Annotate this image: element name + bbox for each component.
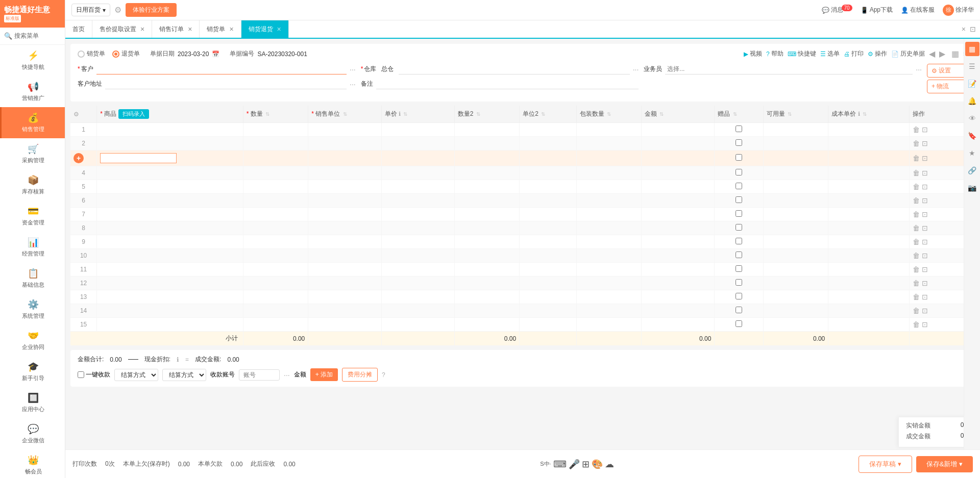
sidebar-item-quick-nav[interactable]: ⚡ 快捷导航 — [0, 45, 65, 76]
row-delete-icon[interactable]: 🗑 — [913, 320, 920, 329]
row-2-unit-price[interactable] — [381, 137, 454, 150]
radio-sales[interactable]: 销货单 — [78, 49, 105, 58]
row-delete-icon[interactable]: 🗑 — [913, 224, 920, 232]
row-2-available[interactable] — [763, 137, 828, 150]
sidebar-item-guide[interactable]: 🎓 新手引导 — [0, 356, 65, 387]
right-panel-link-icon[interactable]: 🔗 — [965, 163, 979, 178]
tab-price-setting[interactable]: 售价提取设置 × — [92, 20, 152, 38]
row-2-copy-icon[interactable]: ⊡ — [922, 139, 928, 147]
sidebar-item-purchase[interactable]: 🛒 采购管理 — [0, 138, 65, 169]
tab-sales-order-close[interactable]: × — [188, 25, 192, 33]
print-action[interactable]: 🖨打印 — [844, 49, 864, 58]
row-2-qty2[interactable] — [454, 137, 519, 150]
right-panel-table-icon[interactable]: ▦ — [965, 42, 979, 56]
row-2-pkg-qty[interactable] — [576, 137, 641, 150]
row-2-unit2[interactable] — [520, 137, 576, 150]
row-1-pkg-qty[interactable] — [576, 123, 641, 137]
sidebar-item-enterprise[interactable]: 🤝 企业协同 — [0, 325, 65, 356]
salesperson-input[interactable] — [665, 64, 913, 74]
row-3-available[interactable] — [763, 150, 828, 166]
online-service-btn[interactable]: 👤 在线客服 — [901, 6, 935, 14]
sidebar-item-operations[interactable]: 📊 经营管理 — [0, 232, 65, 263]
add-row-btn[interactable]: + — [74, 153, 84, 163]
row-copy-icon[interactable]: ⊡ — [922, 293, 928, 301]
account-number-input[interactable] — [239, 369, 280, 381]
theme-icon[interactable]: 🎨 — [592, 459, 603, 470]
row-2-amount[interactable] — [642, 137, 715, 150]
barcode-scan-btn[interactable]: 扫码录入 — [118, 109, 149, 119]
right-panel-star-icon[interactable]: ★ — [965, 146, 979, 160]
row-3-unit2[interactable] — [520, 150, 576, 166]
customer-address-dots[interactable]: ··· — [350, 80, 356, 88]
row-copy-icon[interactable]: ⊡ — [922, 183, 928, 191]
sidebar-item-wechat[interactable]: 💬 企业微信 — [0, 418, 65, 449]
warehouse-dots[interactable]: ··· — [633, 65, 639, 73]
row-3-product-input[interactable] — [100, 153, 177, 163]
calendar-icon[interactable]: 📅 — [212, 51, 219, 58]
row-2-gift-checkbox[interactable] — [736, 139, 742, 146]
row-3-unit-price[interactable] — [381, 150, 454, 166]
operation-action[interactable]: ⚙操作 — [868, 49, 887, 58]
tab-price-setting-close[interactable]: × — [140, 25, 144, 33]
right-panel-camera-icon[interactable]: 📷 — [965, 181, 979, 195]
row-copy-icon[interactable]: ⊡ — [922, 251, 928, 260]
row-2-cost-price[interactable] — [828, 137, 910, 150]
row-delete-icon[interactable]: 🗑 — [913, 265, 920, 273]
row-3-pkg-qty[interactable] — [576, 150, 641, 166]
add-payment-btn[interactable]: + 添加 — [310, 368, 338, 381]
prev-doc-icon[interactable]: ◀ — [929, 49, 935, 59]
row-copy-icon[interactable]: ⊡ — [922, 169, 928, 177]
row-3-gift-checkbox[interactable] — [736, 154, 742, 161]
video-action[interactable]: ▶视频 — [744, 49, 762, 58]
sidebar-item-inventory[interactable]: 📦 库存核算 — [0, 169, 65, 200]
row-delete-icon[interactable]: 🗑 — [913, 279, 920, 287]
warehouse-input[interactable] — [399, 64, 629, 74]
row-3-copy-icon[interactable]: ⊡ — [922, 154, 928, 162]
row-copy-icon[interactable]: ⊡ — [922, 224, 928, 232]
row-delete-icon[interactable]: 🗑 — [913, 183, 920, 191]
cloud-icon[interactable]: ☁ — [605, 459, 614, 470]
row-delete-icon[interactable]: 🗑 — [913, 210, 920, 218]
tab-sales-order[interactable]: 销售订单 × — [152, 20, 200, 38]
row-2-quantity[interactable] — [243, 137, 308, 150]
sidebar-item-apps[interactable]: 🔲 应用中心 — [0, 387, 65, 418]
message-btn[interactable]: 💬 消息 70 — [822, 6, 852, 14]
save-new-btn[interactable]: 保存&新增 ▾ — [916, 456, 973, 472]
app-download-btn[interactable]: 📱 App下载 — [861, 6, 893, 14]
row-1-unit2[interactable] — [520, 123, 576, 137]
row-1-gift-checkbox[interactable] — [736, 125, 742, 132]
sidebar-item-finance[interactable]: 💳 资金管理 — [0, 200, 65, 232]
one-click-checkbox-input[interactable] — [78, 371, 84, 378]
row-1-delete-icon[interactable]: 🗑 — [913, 125, 920, 134]
sidebar-item-vip[interactable]: 👑 畅会员 — [0, 449, 65, 478]
row-1-product[interactable] — [97, 123, 243, 137]
select-action[interactable]: ☰选单 — [820, 49, 840, 58]
salesperson-dots[interactable]: ··· — [916, 65, 922, 73]
sidebar-item-system[interactable]: ⚙️ 系统管理 — [0, 294, 65, 325]
settlement-method-select[interactable]: 结算方式 — [114, 369, 158, 381]
row-1-gift[interactable] — [715, 123, 764, 137]
row-delete-icon[interactable]: 🗑 — [913, 293, 920, 301]
experience-btn[interactable]: 体验行业方案 — [126, 3, 177, 17]
row-3-qty2[interactable] — [454, 150, 519, 166]
row-3-delete-icon[interactable]: 🗑 — [913, 154, 920, 162]
row-1-copy-icon[interactable]: ⊡ — [922, 125, 928, 134]
tab-close-all-icon[interactable]: × — [962, 25, 966, 33]
row-1-quantity[interactable] — [243, 123, 308, 137]
row-3-sales-unit[interactable] — [308, 150, 381, 166]
right-panel-list-icon[interactable]: ☰ — [965, 59, 979, 73]
sidebar-item-basics[interactable]: 📋 基础信息 — [0, 263, 65, 294]
row-1-qty2[interactable] — [454, 123, 519, 137]
customer-dots[interactable]: ··· — [350, 65, 356, 73]
tab-sales-delivery-close[interactable]: × — [229, 25, 233, 33]
row-3-gift[interactable] — [715, 150, 764, 166]
row-1-cost-price[interactable] — [828, 123, 910, 137]
customer-input[interactable] — [96, 64, 347, 74]
row-2-gift[interactable] — [715, 137, 764, 150]
radio-return[interactable]: 退货单 — [112, 49, 140, 58]
row-1-sales-unit[interactable] — [308, 123, 381, 137]
expense-split-btn[interactable]: 费用分摊 — [342, 368, 378, 382]
calc-method-select[interactable]: 结算方式 — [162, 369, 206, 381]
row-copy-icon[interactable]: ⊡ — [922, 196, 928, 205]
row-delete-icon[interactable]: 🗑 — [913, 251, 920, 260]
